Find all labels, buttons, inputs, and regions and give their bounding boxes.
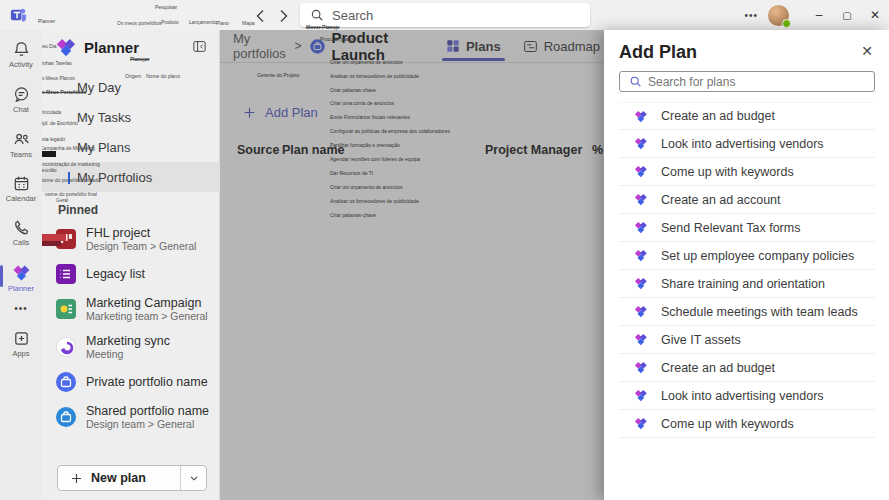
sidebar-item-apps[interactable]: Apps [0,325,42,358]
sidebar-item-activity[interactable]: Activity [0,36,42,69]
plan-suggestion-label: Send Relevant Tax forms [661,221,800,235]
pinned-item-legacy-list[interactable]: Legacy list [42,258,220,290]
ghost-text: Partilhar formação e orientação [330,142,400,148]
plan-suggestion-label: Create an ad budget [661,109,775,123]
sidebar-item-calls[interactable]: Calls [0,214,42,247]
planner-logo-icon [633,220,648,235]
pinned-item-subtitle: Design Team > General [86,240,196,252]
phone-icon [12,218,31,237]
ghost-text: Analisar os fornecedores de publicidade [330,198,419,204]
ghost-text: Dar Recursos de TI [330,170,373,176]
ghost-text: Envie Formulários fiscais relevantes [330,114,410,120]
new-plan-label: New plan [91,471,146,485]
ghost-text: Criar uma conta de anúncios [330,100,394,106]
portfolio-icon [56,372,76,392]
tab-roadmap[interactable]: Roadmap [519,30,604,63]
plan-suggestion-row[interactable]: Send Relevant Tax forms [619,214,875,242]
minimize-button[interactable]: – [805,0,833,30]
ghost-text: Pesquisar [155,4,177,10]
main-content: My portfolios > Product Launch Plans [220,30,604,500]
sidebar-item-chat[interactable]: Chat [0,81,42,114]
collapse-panel-icon[interactable] [192,39,207,54]
search-input[interactable]: Search [300,3,590,27]
plan-suggestion-row[interactable]: Create an ad budget [619,102,875,130]
pinned-item-text: FHL project Design Team > General [86,226,196,252]
pinned-item-title: Shared portfolio name [86,404,209,418]
ghost-text: Os Meus Planos [38,75,75,81]
sidebar-item-teams[interactable]: Teams [0,126,42,159]
search-placeholder: Search for plans [648,75,735,89]
panel-title: Planner [84,39,139,56]
ghost-text: Produto [161,19,179,25]
close-dialog-icon[interactable]: ✕ [861,43,873,59]
ghost-text: Analisar os fornecedores de publicidade [330,73,419,79]
planner-panel: Planner My Day My Tasks My Plans My Port… [42,30,220,500]
planner-logo-icon [633,136,648,151]
pinned-item-title: Marketing Campaign [86,296,208,310]
pinned-item-subtitle: Marketing team > General [86,310,208,322]
add-plan-button[interactable]: Add Plan [243,105,318,120]
sidebar-item-label: Calendar [6,194,36,203]
pinned-item-title: Private portfolio name [86,375,208,389]
forward-icon[interactable] [274,7,292,25]
ghost-text: Agendar reuniões com líderes de equipa [330,156,420,162]
add-plan-dialog: Add Plan ✕ Search for plans Create an ad… [604,30,889,500]
tab-plans[interactable]: Plans [442,30,505,63]
sidebar-more-icon[interactable]: ••• [0,293,42,323]
planner-logo-icon [633,304,648,319]
pinned-item-title: Marketing sync [86,334,170,348]
new-plan-dropdown-chevron-icon[interactable] [180,466,206,490]
ghost-artifact [40,241,61,246]
column-percent[interactable]: % [592,143,603,157]
new-plan-button[interactable]: New plan [57,465,207,491]
apps-icon [12,329,31,348]
pinned-item-marketing-sync[interactable]: Marketing sync Meeting [42,328,220,366]
plan-suggestion-label: Look into advertising vendors [661,137,824,151]
ghost-text: Nome do portefólio privado [40,177,100,183]
pinned-item-private-portfolio[interactable]: Private portfolio name [42,366,220,398]
ghost-text: Gerente do Projeto [257,72,299,78]
plan-suggestion-row[interactable]: Create an ad budget [619,354,875,382]
plan-suggestion-row[interactable]: Set up employee company policies [619,242,875,270]
ghost-text: Nome do plano [146,73,180,79]
pinned-item-shared-portfolio[interactable]: Shared portfolio name Design team > Gene… [42,398,220,436]
sidebar-item-planner[interactable]: Planner [0,259,42,293]
plan-suggestion-row[interactable]: Schedule meetings with team leads [619,298,875,326]
planner-logo-icon [633,388,648,403]
column-project-manager[interactable]: Project Manager [485,143,582,157]
plan-suggestion-row[interactable]: Come up with keywords [619,410,875,438]
plan-suggestion-row[interactable]: Look into advertising vendors [619,382,875,410]
sidebar-item-calendar[interactable]: Calendar [0,170,42,203]
plan-suggestion-row[interactable]: Share training and orientation [619,270,875,298]
sidebar-item-label: Planner [8,284,34,293]
modal-dim-overlay [220,30,604,500]
pinned-item-marketing-campaign[interactable]: Marketing Campaign Marketing team > Gene… [42,290,220,328]
nav-my-tasks[interactable]: My Tasks [42,102,220,132]
ghost-text: Os meus portefólios [117,20,161,26]
ghost-text: Minhas Tarefas [38,60,72,66]
pinned-item-text: Shared portfolio name Design team > Gene… [86,404,209,430]
avatar[interactable] [768,5,789,26]
column-source[interactable]: Source [237,143,279,157]
plan-search-input[interactable]: Search for plans [619,71,875,92]
pinned-item-text: Legacy list [86,267,145,281]
add-plan-label: Add Plan [265,105,318,120]
plan-suggestion-label: Come up with keywords [661,165,794,179]
breadcrumb-my-portfolios[interactable]: My portfolios [233,31,288,61]
search-icon [629,75,642,88]
pinned-item-fhl-project[interactable]: FHL project Design Team > General [42,220,220,258]
plan-suggestion-row[interactable]: Create an ad account [619,186,875,214]
teams-people-icon [12,130,31,149]
planner-logo-icon [11,263,31,283]
plan-suggestion-row[interactable]: Give IT assets [619,326,875,354]
more-options-icon[interactable]: ••• [744,10,758,21]
close-window-button[interactable]: ✕ [861,0,889,30]
planner-logo-icon [633,276,648,291]
pinned-item-text: Marketing sync Meeting [86,334,170,360]
maximize-button[interactable]: ▢ [833,0,861,30]
pinned-item-subtitle: Meeting [86,348,170,360]
ghost-text: Plano [216,20,229,26]
plan-suggestion-row[interactable]: Come up with keywords [619,158,875,186]
plan-suggestion-row[interactable]: Look into advertising vendors [619,130,875,158]
app-window: Pesquisar Planner Os meus portefólios Pr… [0,0,889,500]
